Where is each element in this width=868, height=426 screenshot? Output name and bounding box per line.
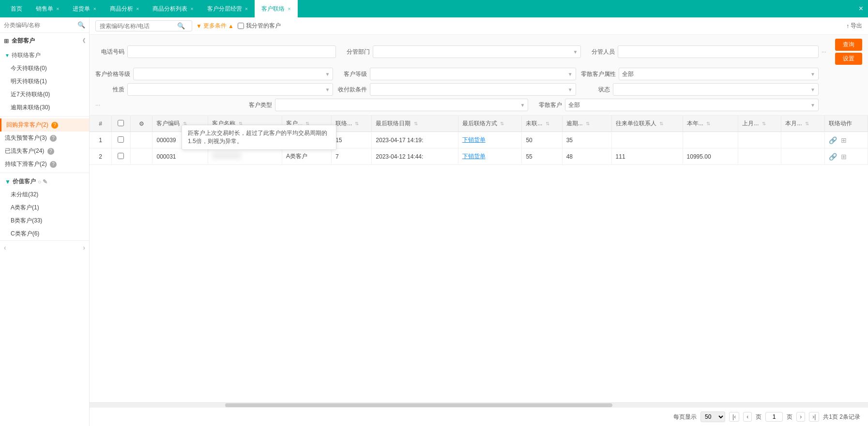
customer-level-select[interactable]: ▼ <box>370 68 576 80</box>
sidebar-item-a-class[interactable]: A类客户(1) <box>0 201 89 214</box>
filter-gender: 性质 ▼ <box>95 83 333 96</box>
export-button[interactable]: ↑ 导出 <box>846 22 862 30</box>
main-search-input[interactable] <box>100 23 177 29</box>
lastway-link-1[interactable]: 下销货单 <box>462 136 486 143</box>
link-icon-2[interactable]: 🔗 <box>829 153 837 161</box>
declining-info-icon[interactable]: ? <box>50 161 57 168</box>
nav-product-list[interactable]: 商品分析列表 × <box>146 0 200 17</box>
lost-info-icon[interactable]: ? <box>47 148 54 155</box>
row1-checkbox[interactable] <box>118 136 124 143</box>
sidebar-prev-btn[interactable]: ‹ <box>4 244 6 251</box>
cell-thisyear-1 <box>683 132 738 148</box>
sidebar-item-7days[interactable]: 近7天待联络(0) <box>0 88 89 101</box>
th-lastway: 最后联络方式 ⇅ <box>458 116 522 132</box>
gender-caret: ▼ <box>325 87 330 92</box>
settings-button[interactable]: 设置 <box>835 53 862 65</box>
sidebar-item-lost[interactable]: 已流失客户(24) ? <box>0 145 89 158</box>
price-level-select[interactable]: ▼ <box>133 68 333 80</box>
last-page-btn[interactable]: ›| <box>809 412 819 422</box>
price-group-label[interactable]: ▼ 价值客户 ○ ✎ <box>0 175 89 188</box>
nav-sales[interactable]: 销售单 × <box>29 0 66 17</box>
next-page-btn[interactable]: › <box>796 412 805 422</box>
first-page-btn[interactable]: |‹ <box>729 412 739 422</box>
close-product-list-tab[interactable]: × <box>190 6 193 12</box>
abnormal-info-icon[interactable]: ? <box>51 122 58 129</box>
manager-select[interactable] <box>618 45 819 58</box>
cell-lastway-1[interactable]: 下销货单 <box>458 132 522 148</box>
phone-input[interactable] <box>127 45 336 58</box>
manager-dots[interactable]: ··· <box>822 48 826 55</box>
per-page-select[interactable]: 50 20 100 <box>700 411 725 422</box>
nav-customer-contact[interactable]: 客户联络 × <box>255 0 297 17</box>
my-customers-checkbox-wrap[interactable]: 我分管的客户 <box>238 22 281 30</box>
main-search-icon[interactable]: 🔍 <box>177 22 185 29</box>
sort-overdue-icon[interactable]: ⇅ <box>586 121 590 126</box>
waiting-group-label[interactable]: ▼ 待联络客户 <box>0 49 89 62</box>
my-customers-checkbox[interactable] <box>238 23 244 29</box>
qr-icon-2[interactable]: ⊞ <box>841 153 847 161</box>
th-settings[interactable]: ⚙ <box>130 116 152 132</box>
sidebar-search-icon[interactable]: 🔍 <box>77 21 85 29</box>
scrollbar-thumb[interactable] <box>225 403 612 407</box>
lastway-link-2[interactable]: 下销货单 <box>462 153 486 160</box>
payment-terms-select[interactable]: ▼ <box>370 83 576 96</box>
qr-icon-1[interactable]: ⊞ <box>841 136 847 144</box>
close-customer-tier-tab[interactable]: × <box>245 6 248 12</box>
retail-attr-select[interactable]: 全部 ▼ <box>619 68 819 80</box>
prev-page-btn[interactable]: ‹ <box>743 412 752 422</box>
sidebar-item-declining[interactable]: 持续下滑客户(2) ? <box>0 158 89 171</box>
all-customers-header[interactable]: ⊞ 全部客户 《 <box>0 33 89 49</box>
sidebar-item-today[interactable]: 今天待联络(0) <box>0 62 89 75</box>
sidebar-next-btn[interactable]: › <box>83 244 85 251</box>
nav-purchase[interactable]: 进货单 × <box>66 0 103 17</box>
sidebar-item-b-class[interactable]: B类客户(33) <box>0 214 89 227</box>
close-customer-contact-tab[interactable]: × <box>288 6 290 12</box>
sidebar-item-overdue[interactable]: 逾期未联络(30) <box>0 101 89 114</box>
dept-select[interactable]: ▼ <box>373 45 581 58</box>
sort-contact-icon[interactable]: ⇅ <box>355 121 359 126</box>
cell-checkbox-2[interactable] <box>112 148 130 165</box>
sort-lastway-icon[interactable]: ⇅ <box>500 121 504 126</box>
cell-checkbox-1[interactable] <box>112 132 130 148</box>
more-conditions-button[interactable]: ▼ 更多条件 ▲ <box>196 22 234 30</box>
sort-unitcontact-icon[interactable]: ⇅ <box>659 121 663 126</box>
row2-checkbox[interactable] <box>118 153 124 159</box>
sidebar-item-abnormal[interactable]: 回购异常客户(2) ? <box>0 118 89 132</box>
close-product-analysis-tab[interactable]: × <box>136 6 139 12</box>
sidebar-item-no-group[interactable]: 未分组(32) <box>0 188 89 201</box>
close-sales-tab[interactable]: × <box>56 6 59 12</box>
sidebar-item-loss-warning[interactable]: 流失预警客户(3) ? <box>0 132 89 145</box>
sort-lastdate-icon[interactable]: ⇅ <box>414 121 418 126</box>
status-select[interactable]: ▼ <box>613 83 819 96</box>
sidebar-item-c-class[interactable]: C类客户(6) <box>0 227 89 240</box>
row4-dots[interactable]: ··· <box>95 102 100 108</box>
select-all-checkbox[interactable] <box>118 120 124 126</box>
nav-customer-tier[interactable]: 客户分层经营 × <box>200 0 255 17</box>
close-purchase-tab[interactable]: × <box>93 6 96 12</box>
retail-customer-select[interactable]: 全部 ▼ <box>565 99 819 111</box>
filter-row-2: 客户价格等级 ▼ 客户等级 ▼ 零散客户属性 全部 <box>95 68 862 80</box>
sort-thisyear-icon[interactable]: ⇅ <box>706 121 710 126</box>
th-lastdate: 最后联络日期 ⇅ <box>372 116 458 132</box>
sort-lastmonth-icon[interactable]: ⇅ <box>762 121 766 126</box>
close-window-button[interactable]: × <box>859 4 863 13</box>
cell-lastway-2[interactable]: 下销货单 <box>458 148 522 165</box>
sort-thismonth-icon[interactable]: ⇅ <box>805 121 809 126</box>
loss-warning-info-icon[interactable]: ? <box>50 135 57 142</box>
filter-retail-attr: 零散客户属性 全部 ▼ <box>581 68 819 80</box>
sort-notcontact-icon[interactable]: ⇅ <box>546 121 549 126</box>
page-number-input[interactable] <box>765 412 783 422</box>
nav-product-analysis[interactable]: 商品分析 × <box>103 0 146 17</box>
link-icon-1[interactable]: 🔗 <box>829 136 837 144</box>
price-group-radio[interactable]: ○ <box>38 178 41 185</box>
horizontal-scrollbar[interactable] <box>90 402 868 407</box>
sidebar-search-input[interactable] <box>4 22 77 29</box>
nav-home[interactable]: 首页 <box>4 0 29 17</box>
gender-select[interactable]: ▼ <box>127 83 333 96</box>
sidebar-item-tomorrow[interactable]: 明天待联络(1) <box>0 75 89 88</box>
customer-type-select[interactable]: ▼ <box>275 99 529 111</box>
cell-thismonth-1 <box>781 132 824 148</box>
query-button[interactable]: 查询 <box>835 39 862 51</box>
collapse-icon[interactable]: 《 <box>80 37 85 44</box>
price-group-edit-icon[interactable]: ✎ <box>43 178 47 185</box>
